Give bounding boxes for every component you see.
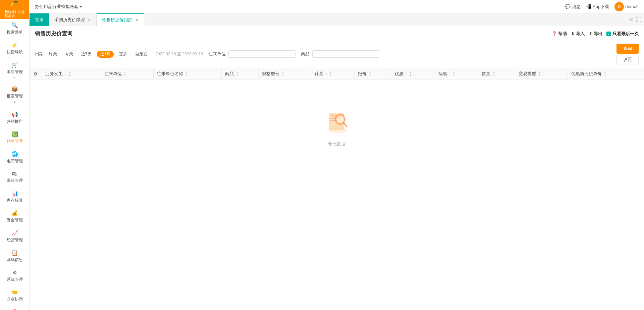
export-btn[interactable]: ⬆ 导出 — [589, 31, 602, 37]
date-btn-7days[interactable]: 近7天 — [78, 51, 94, 58]
sales-tab-label: 销售历史价跟踪 — [102, 17, 132, 23]
th-unit[interactable]: 计量... ▲▼ — [311, 68, 354, 80]
th-partner-name[interactable]: 往来单位名称 ▲▼ — [153, 68, 222, 80]
th-partner-code[interactable]: 往来单位 ▲▼ — [101, 68, 153, 80]
date-range-group: 2023-02-18 至 2023-03-18 — [155, 51, 203, 57]
import-btn[interactable]: ⬇ 导入 — [571, 31, 585, 37]
maximize-icon[interactable]: ⛶ — [636, 17, 641, 23]
date-btn-more[interactable]: 更多 — [116, 51, 130, 58]
sidebar-item-system[interactable]: ⚙ 系统管理 — [0, 266, 29, 286]
retail-icon: 🛒 — [11, 62, 18, 68]
logo-icon: 🍊 — [10, 1, 19, 9]
query-button[interactable]: 查询 — [616, 44, 639, 54]
date-btn-yesterday[interactable]: 昨天 — [46, 51, 60, 58]
sidebar-item-label: 零售管理 — [7, 69, 23, 75]
help-icon: ❓ — [551, 31, 557, 36]
ecommerce-icon: 🌐 — [11, 151, 18, 157]
sort-icon: ▲▼ — [68, 71, 71, 77]
sidebar-item-wholesale-mgmt[interactable]: 📦 批发管理 ▲ — [0, 83, 29, 107]
tabs-actions: ✕ ⛶ — [629, 16, 644, 23]
tab-home[interactable]: 首页 — [30, 13, 49, 26]
sidebar-item-ops[interactable]: 📈 经营管理 — [0, 226, 29, 246]
purchase-icon: 🛍 — [12, 171, 17, 177]
message-btn[interactable]: 💬 消息 — [565, 4, 581, 10]
sales-tab-close[interactable]: ✕ — [135, 18, 139, 22]
purchase-tab-label: 采购历史价跟踪 — [54, 17, 85, 23]
sort-icon: ▲▼ — [409, 71, 412, 77]
sidebar-item-search-menu[interactable]: 🔍 搜索菜单 — [0, 19, 29, 39]
th-quantity[interactable]: 数量 ▲▼ — [478, 68, 515, 80]
topbar-left: 办公用品行业模拟账套 ▾ — [35, 4, 82, 10]
date-btn-custom[interactable]: 自定义 — [132, 51, 150, 58]
sidebar-item-purchase[interactable]: 🛍 采购管理 — [0, 167, 29, 187]
tabs-bar: 首页 采购历史价跟踪 ✕ 销售历史价跟踪 ✕ ✕ ⛶ — [30, 13, 644, 26]
username: demo2 — [625, 4, 639, 9]
table-header-row: ⚙ 业务发生... ▲▼ 往来单位 ▲▼ — [30, 68, 644, 80]
sort-icon: ▲▼ — [236, 71, 238, 77]
sidebar-item-retail-mgmt[interactable]: 🛒 零售管理 ▼ — [0, 58, 29, 83]
sidebar-item-inventory[interactable]: 📊 库存核算 — [0, 187, 29, 207]
page-title: 销售历史价查询 — [35, 30, 72, 37]
th-discount1[interactable]: 优惠... ▲▼ — [391, 68, 435, 80]
page-content: 销售历史价查询 ❓ 帮助 ⬇ 导入 ⬆ 导出 ✓ — [30, 26, 644, 310]
sidebar-item-enterprise-collab[interactable]: 🤝 企业协同 — [0, 286, 29, 306]
goods-filter-label: 商品 — [301, 51, 310, 57]
company-dropdown[interactable]: 办公用品行业模拟账套 ▾ — [35, 4, 82, 10]
page-header: 销售历史价查询 ❓ 帮助 ⬇ 导入 ⬆ 导出 ✓ — [30, 26, 644, 40]
partner-filter-input[interactable]: ... — [228, 50, 296, 58]
system-icon: ⚙ — [12, 269, 17, 276]
logo-text: 畅捷通好生意 标准版 — [5, 10, 25, 18]
company-name: 办公用品行业模拟账套 — [35, 4, 78, 10]
sidebar-item-marketing[interactable]: 📢 营销推广 — [0, 108, 29, 128]
sidebar-item-ecommerce[interactable]: 🌐 电商管理 — [0, 148, 29, 167]
th-trade-type[interactable]: 交易类型 ▲▼ — [515, 68, 568, 80]
date-btn-1month[interactable]: 近1月 — [97, 51, 114, 58]
tab-purchase-history[interactable]: 采购历史价跟踪 ✕ — [49, 13, 97, 26]
export-icon: ⬆ — [589, 31, 592, 36]
th-settings[interactable]: ⚙ — [30, 68, 42, 80]
collab-icon: 🤝 — [11, 289, 18, 296]
goods-filter-input[interactable]: ... — [312, 50, 379, 58]
sidebar-item-quick-nav[interactable]: ⚡ 快捷导航 — [0, 39, 29, 58]
empty-text: 暂无数据 — [328, 141, 345, 147]
date-btn-today[interactable]: 今天 — [62, 51, 76, 58]
marketing-icon: 📢 — [11, 111, 18, 118]
wholesale-icon: 📦 — [11, 86, 18, 92]
avatar: D — [614, 2, 624, 11]
th-goods[interactable]: 商品 ▲▼ — [222, 68, 259, 80]
partner-input-placeholder: ... — [231, 52, 235, 56]
finance-icon: 💰 — [11, 210, 18, 216]
user-menu[interactable]: D demo2 — [614, 2, 639, 11]
close-tab-icon[interactable]: ✕ — [629, 16, 633, 23]
sidebar-item-sales-mgmt[interactable]: 💹 销售管理 — [0, 128, 29, 148]
th-quote[interactable]: 报价 ▲▼ — [355, 68, 391, 80]
sort-icon: ▲▼ — [369, 71, 371, 77]
sidebar-item-label: 搜索菜单 — [7, 30, 23, 35]
quick-nav-icon: ⚡ — [11, 42, 18, 48]
th-discount2[interactable]: 优惠... ▲▼ — [435, 68, 478, 80]
inventory-icon: 📊 — [11, 190, 18, 197]
purchase-tab-close[interactable]: ✕ — [88, 17, 91, 22]
sort-icon: ▲▼ — [329, 71, 332, 77]
sidebar-item-basic-info[interactable]: 📋 基础信息 — [0, 246, 29, 266]
sidebar-item-label: 销售管理 — [7, 139, 23, 144]
settings-button[interactable]: 设置 — [616, 55, 639, 64]
th-business-date[interactable]: 业务发生... ▲▼ — [42, 68, 101, 80]
sidebar-item-label: 快捷导航 — [7, 49, 23, 55]
sidebar-item-beginner[interactable]: 🎯 新手引导 — [0, 306, 29, 310]
tab-sales-history[interactable]: 销售历史价跟踪 ✕ — [97, 13, 144, 26]
dropdown-icon: ▾ — [80, 4, 82, 9]
date-range-display: 2023-02-18 至 2023-03-18 — [155, 51, 203, 57]
date-filter-label: 日期 — [35, 51, 44, 57]
partner-filter-group: 往来单位 ... — [208, 50, 296, 58]
only-last-checkbox-label[interactable]: ✓ 只看最后一次 — [606, 31, 639, 37]
th-spec[interactable]: 规格型号 ▲▼ — [259, 68, 311, 80]
svg-point-6 — [337, 116, 343, 123]
th-price-no-tax[interactable]: 优惠前无税单价 ▲▼ — [568, 68, 644, 80]
date-filter-group: 日期 昨天 今天 近7天 近1月 更多 自定义 — [35, 51, 150, 58]
empty-svg — [322, 107, 352, 137]
app-download-btn[interactable]: 📲 App下载 — [586, 4, 609, 10]
home-tab-label: 首页 — [35, 17, 44, 23]
help-btn[interactable]: ❓ 帮助 — [551, 31, 567, 37]
sidebar-item-finance[interactable]: 💰 资金管理 — [0, 207, 29, 226]
